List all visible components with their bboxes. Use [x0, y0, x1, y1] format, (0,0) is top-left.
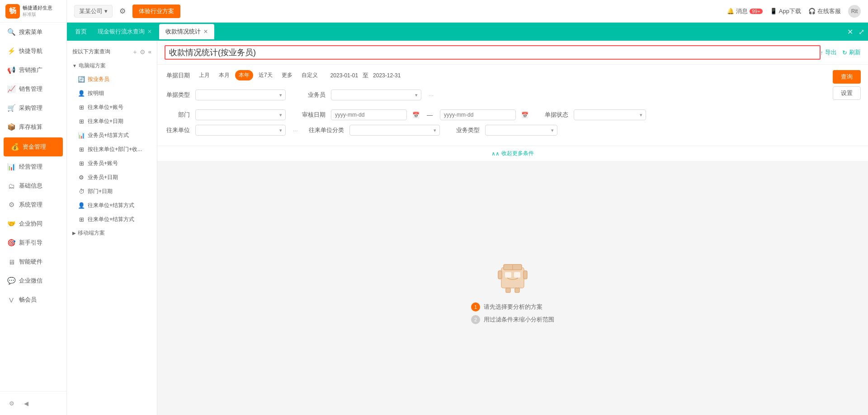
tree-item-salesperson-date[interactable]: ⚙业务员+日期 — [67, 170, 157, 184]
date-picker-from-icon[interactable]: 📅 — [412, 112, 420, 118]
settings-bottom-icon[interactable]: ⚙ — [5, 397, 18, 410]
tab-bank-flow-close[interactable]: ✕ — [147, 28, 152, 35]
sidebar-item-search[interactable]: 🔍搜索菜单 — [0, 23, 66, 42]
collapse-up-icon: ∧∧ — [491, 151, 500, 157]
newbie-icon: 🎯 — [7, 239, 15, 247]
partner-select[interactable] — [195, 125, 286, 136]
partner-category-select[interactable] — [349, 125, 440, 136]
tab-close-window-icon[interactable]: ✕ — [847, 28, 853, 36]
tab-home[interactable]: 首页 — [71, 28, 91, 36]
settings-icon[interactable]: ⚙ — [116, 5, 129, 18]
partner-date-label: 往来单位+日期 — [88, 118, 123, 125]
salesperson-select[interactable] — [331, 90, 421, 100]
partner-category-label: 往来单位分类 — [309, 126, 344, 134]
partner-more-icon[interactable]: ··· — [291, 127, 300, 134]
partner-settle2-label: 往来单位+结算方式 — [88, 216, 134, 223]
date-tab-7days[interactable]: 近7天 — [255, 70, 276, 80]
date-tab-more[interactable]: 更多 — [278, 70, 296, 80]
doc-status-select[interactable] — [574, 109, 646, 120]
date-tab-last-month[interactable]: 上月 — [195, 70, 213, 80]
collapse-panel-icon[interactable]: « — [148, 48, 151, 55]
export-button[interactable]: ↑ 导出 — [821, 48, 837, 57]
refresh-button[interactable]: ↻ 刷新 — [842, 48, 861, 57]
breadcrumb-company[interactable]: 某某公司 ▾ — [74, 5, 113, 18]
tree-item-by-salesperson[interactable]: 🔄按业务员 — [67, 72, 157, 86]
date-tab-this-month[interactable]: 本月 — [215, 70, 233, 80]
tree-item-salesperson-settle[interactable]: 📊业务员+结算方式 — [67, 128, 157, 142]
tree-item-by-detail[interactable]: 👤按明细 — [67, 86, 157, 100]
empty-step-2: 2 用过滤条件来缩小分析范围 — [471, 315, 554, 324]
date-tab-this-year[interactable]: 本年 — [235, 70, 253, 80]
section-title-mobile[interactable]: ▶移动端方案 — [67, 226, 157, 240]
member-icon: V — [7, 296, 15, 304]
sidebar-label-enterprise: 企业协同 — [19, 220, 42, 228]
sidebar-item-wechat[interactable]: 💬企业微信 — [0, 271, 66, 290]
sidebar-item-sales[interactable]: 📈销售管理 — [0, 80, 66, 99]
tab-bank-flow[interactable]: 现金银行流水查询 ✕ — [91, 24, 158, 39]
date-picker-to-icon[interactable]: 📅 — [521, 112, 528, 118]
date-to-value: 2023-12-31 — [373, 72, 401, 79]
review-date-to-input[interactable] — [440, 109, 516, 120]
sidebar-item-capital[interactable]: 💰资金管理 — [4, 137, 63, 156]
tree-item-partner-account[interactable]: ⊞往来单位+账号 — [67, 100, 157, 114]
sidebar-item-operation[interactable]: 📊经营管理 — [0, 157, 66, 176]
sidebar-item-purchase[interactable]: 🛒采购管理 — [0, 99, 66, 118]
date-range-group: 2023-01-01 至 2023-12-31 — [330, 71, 401, 80]
partner-account-label: 往来单位+账号 — [88, 104, 123, 111]
tree-item-dept-date[interactable]: ⏱部门+日期 — [67, 184, 157, 198]
salesperson-account-label: 业务员+账号 — [88, 160, 118, 167]
notification-icon: 🔔 — [727, 8, 734, 14]
partner-date-tree-icon: ⊞ — [78, 118, 85, 125]
filter-row-doctype: 单据类型 业务员 ··· — [165, 90, 826, 100]
sidebar-item-enterprise[interactable]: 🤝企业协同 — [0, 214, 66, 233]
avatar[interactable]: Rit — [848, 5, 861, 18]
tab-maximize-icon[interactable]: ⤢ — [859, 28, 864, 36]
panel-header-text: 按以下方案查询 — [72, 48, 133, 56]
sidebar-item-marketing[interactable]: 📢营销推广 — [0, 61, 66, 80]
dept-select[interactable] — [195, 109, 286, 120]
sidebar-item-member[interactable]: V畅会员 — [0, 290, 66, 309]
tree-item-partner-settle1[interactable]: 👤往来单位+结算方式 — [67, 198, 157, 212]
page-title: 收款情况统计(按业务员) — [165, 45, 821, 60]
sidebar-item-inventory[interactable]: 📦库存核算 — [0, 118, 66, 137]
page-area: 按以下方案查询 + ⚙ « ▼电脑端方案🔄按业务员👤按明细⊞往来单位+账号⊞往来… — [67, 41, 868, 415]
review-date-separator: — — [425, 112, 434, 118]
add-scheme-icon[interactable]: + — [133, 48, 137, 56]
tree-item-partner-date[interactable]: ⊞往来单位+日期 — [67, 114, 157, 128]
panel-header-icons: + ⚙ « — [133, 48, 151, 56]
query-button[interactable]: 查询 — [833, 70, 861, 84]
section-title-desktop[interactable]: ▼电脑端方案 — [67, 59, 157, 72]
app-download-btn[interactable]: 📱 App下载 — [770, 7, 801, 15]
phone-icon: 📱 — [770, 8, 777, 14]
capital-icon: 💰 — [11, 143, 19, 151]
tab-receipt-stats-close[interactable]: ✕ — [203, 28, 208, 35]
svg-rect-7 — [506, 288, 510, 292]
date-tab-custom[interactable]: 自定义 — [298, 70, 321, 80]
gear-scheme-icon[interactable]: ⚙ — [140, 48, 146, 56]
sidebar-item-smart-hw[interactable]: 🖥智能硬件 — [0, 252, 66, 271]
sidebar-item-system[interactable]: ⚙系统管理 — [0, 195, 66, 214]
filter-row-partner: 往来单位 ··· 往来单位分类 业务类型 — [165, 125, 861, 136]
salesperson-more-icon[interactable]: ··· — [427, 92, 435, 99]
biz-type-select[interactable] — [485, 125, 557, 136]
online-service-btn[interactable]: 🎧 在线客服 — [808, 7, 841, 15]
sidebar-item-quick-nav[interactable]: ⚡快捷导航 — [0, 42, 66, 61]
trial-button[interactable]: 体验行业方案 — [132, 5, 180, 18]
section-desktop: ▼电脑端方案🔄按业务员👤按明细⊞往来单位+账号⊞往来单位+日期📊业务员+结算方式… — [67, 59, 157, 226]
tree-item-salesperson-account[interactable]: ⊞业务员+账号 — [67, 156, 157, 170]
sidebar-item-newbie[interactable]: 🎯新手引导 — [0, 233, 66, 252]
section-arrow-desktop: ▼ — [72, 63, 77, 68]
purchase-icon: 🛒 — [7, 104, 15, 112]
tab-receipt-stats[interactable]: 收款情况统计 ✕ — [159, 24, 214, 39]
review-date-from-input[interactable] — [331, 109, 407, 120]
biz-type-select-wrapper — [485, 125, 557, 136]
tree-item-partner-settle2[interactable]: ⊞往来单位+结算方式 — [67, 212, 157, 226]
notification-btn[interactable]: 🔔 消息 99+ — [727, 7, 763, 15]
doctype-select[interactable] — [195, 90, 286, 100]
tree-item-partner-dept-receipt[interactable]: ⊞按往来单位+部门+收... — [67, 142, 157, 156]
collapse-sidebar-icon[interactable]: ◀ — [20, 397, 33, 410]
sidebar-item-base-info[interactable]: 🗂基础信息 — [0, 176, 66, 195]
collapse-bar[interactable]: ∧∧ 收起更多条件 — [157, 146, 868, 161]
doctype-select-wrapper — [195, 90, 286, 100]
set-button[interactable]: 设置 — [833, 86, 861, 100]
